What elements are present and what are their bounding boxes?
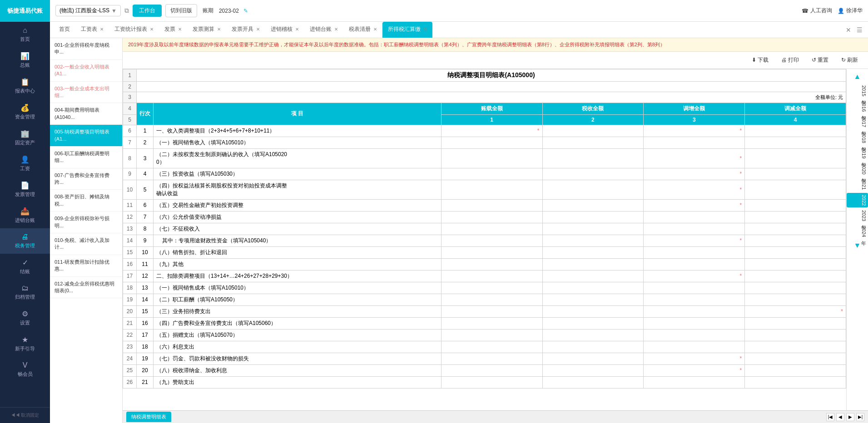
company-selector[interactable]: (物流) 江西股金-LSS ▼ bbox=[55, 5, 121, 16]
year-2022[interactable]: 2022年 bbox=[847, 193, 868, 207]
row-c2[interactable] bbox=[542, 364, 644, 376]
scroll-right[interactable]: ▶ bbox=[846, 413, 854, 421]
row-c2[interactable] bbox=[542, 168, 644, 180]
tab-input-check[interactable]: 进销稽核 ✕ bbox=[265, 22, 304, 38]
left-item-002[interactable]: 002-一般企业收入明细表(A1... bbox=[50, 60, 122, 82]
bottom-tab-na税[interactable]: 纳税调整明细表 bbox=[126, 412, 171, 422]
row-c4[interactable] bbox=[745, 223, 846, 235]
left-item-005[interactable]: 005-纳税调整项目明细表(A1... bbox=[50, 125, 122, 147]
row-c4[interactable] bbox=[745, 137, 846, 148]
sidebar-item-assets[interactable]: 🏢 固定资产 bbox=[0, 125, 50, 151]
row-c4[interactable] bbox=[745, 341, 846, 353]
download-button[interactable]: ⬇ 下载 bbox=[747, 54, 773, 66]
tab-menu-button[interactable]: ☰ bbox=[855, 25, 864, 34]
copy-icon[interactable]: ⧉ bbox=[124, 7, 129, 15]
period-edit-icon[interactable]: ✎ bbox=[243, 8, 248, 14]
sheet-container[interactable]: 1 纳税调整项目明细表(A105000) 2 3 全额单位: 元 bbox=[123, 69, 846, 411]
tab-close-payroll[interactable]: ✕ bbox=[100, 27, 104, 32]
left-item-012[interactable]: 012-减免企业所得税优惠明细表(0... bbox=[50, 277, 122, 299]
row-c3[interactable] bbox=[644, 282, 745, 294]
row-c4[interactable] bbox=[745, 329, 846, 341]
row-c2[interactable] bbox=[542, 137, 644, 148]
sidebar-item-report[interactable]: 📋 报表中心 bbox=[0, 73, 50, 99]
left-item-008[interactable]: 008-资产折旧、摊销及纳税... bbox=[50, 190, 122, 212]
row-c4[interactable] bbox=[745, 270, 846, 282]
row-c4[interactable] bbox=[745, 168, 846, 180]
row-c1[interactable] bbox=[441, 364, 542, 376]
year-2019[interactable]: 2019年 bbox=[847, 146, 868, 160]
sidebar-item-settings[interactable]: ⚙ 设置 bbox=[0, 305, 50, 331]
row-c1[interactable] bbox=[441, 246, 542, 258]
year-2024[interactable]: 2024年 bbox=[847, 224, 868, 239]
tab-close-income-tax[interactable]: ✕ bbox=[423, 27, 427, 32]
year-2015[interactable]: 2015年 bbox=[847, 84, 868, 98]
row-c3[interactable]: * bbox=[644, 125, 745, 137]
row-c1[interactable] bbox=[441, 180, 542, 199]
row-c3[interactable] bbox=[644, 341, 745, 353]
sidebar-item-input[interactable]: 📥 进销台账 bbox=[0, 202, 50, 228]
row-c3[interactable]: * bbox=[644, 168, 745, 180]
row-c3[interactable] bbox=[644, 305, 745, 317]
tab-invoice-calc[interactable]: 发票测算 ✕ bbox=[187, 22, 226, 38]
tab-income-tax[interactable]: 所得税汇算缴 ✕ bbox=[382, 22, 432, 38]
row-c3[interactable]: * bbox=[644, 364, 745, 376]
row-c4[interactable] bbox=[745, 125, 846, 137]
reset-button[interactable]: ↺ 重置 bbox=[807, 54, 833, 66]
row-c4[interactable] bbox=[745, 246, 846, 258]
row-c4[interactable] bbox=[745, 258, 846, 270]
sidebar-item-vip[interactable]: V 畅会员 bbox=[0, 357, 50, 382]
left-item-010[interactable]: 010-免税、减计收入及加计... bbox=[50, 233, 122, 255]
row-c4[interactable] bbox=[745, 211, 846, 223]
row-c4[interactable] bbox=[745, 148, 846, 168]
row-c1[interactable] bbox=[441, 353, 542, 364]
tab-close-input-check[interactable]: ✕ bbox=[295, 27, 299, 32]
year-2017[interactable]: 2017年 bbox=[847, 114, 868, 129]
year-2020[interactable]: 2020年 bbox=[847, 162, 868, 176]
row-c4[interactable]: * bbox=[745, 305, 846, 317]
row-c1[interactable] bbox=[441, 168, 542, 180]
row-c2[interactable] bbox=[542, 270, 644, 282]
sidebar-item-home[interactable]: ⌂ 首页 bbox=[0, 22, 50, 47]
row-c3[interactable] bbox=[644, 294, 745, 305]
row-c4[interactable] bbox=[745, 317, 846, 329]
row-c1[interactable]: * bbox=[441, 125, 542, 137]
workspace-button[interactable]: 工作台 bbox=[133, 5, 162, 17]
year-2023[interactable]: 2023年 bbox=[847, 208, 868, 223]
scroll-left-start[interactable]: |◀ bbox=[826, 413, 834, 421]
year-2021[interactable]: 2021年 bbox=[847, 177, 868, 192]
row-c3[interactable] bbox=[644, 317, 745, 329]
row-c3[interactable] bbox=[644, 137, 745, 148]
row-c4[interactable] bbox=[745, 199, 846, 211]
row-c2[interactable] bbox=[542, 376, 644, 388]
tab-home[interactable]: 首页 bbox=[54, 22, 75, 38]
row-c2[interactable] bbox=[542, 148, 644, 168]
tab-payroll[interactable]: 工资表 ✕ bbox=[75, 22, 109, 38]
tab-invoice-issue[interactable]: 发票开具 ✕ bbox=[226, 22, 265, 38]
row-c2[interactable] bbox=[542, 317, 644, 329]
row-c2[interactable] bbox=[542, 246, 644, 258]
row-c2[interactable] bbox=[542, 211, 644, 223]
row-c2[interactable] bbox=[542, 199, 644, 211]
row-c3[interactable]: * bbox=[644, 199, 745, 211]
row-c4[interactable] bbox=[745, 376, 846, 388]
row-c1[interactable] bbox=[441, 376, 542, 388]
left-item-007[interactable]: 007-广告费和业务宣传费跨... bbox=[50, 168, 122, 190]
year-2018[interactable]: 2018年 bbox=[847, 130, 868, 145]
row-c2[interactable] bbox=[542, 223, 644, 235]
left-item-009[interactable]: 009-企业所得税弥补亏损明... bbox=[50, 212, 122, 233]
close-all-tabs-button[interactable]: ✕ bbox=[844, 25, 853, 34]
year-2016[interactable]: 2016年 bbox=[847, 99, 868, 113]
year-nav-down[interactable]: ▼ bbox=[852, 240, 863, 251]
row-c1[interactable] bbox=[441, 294, 542, 305]
row-c4[interactable] bbox=[745, 364, 846, 376]
scroll-left[interactable]: ◀ bbox=[836, 413, 844, 421]
sidebar-item-payroll[interactable]: 👤 工资 bbox=[0, 151, 50, 177]
service-button[interactable]: ☎ 人工咨询 bbox=[802, 7, 832, 15]
sidebar-unpin[interactable]: ◀◀ 取消固定 bbox=[0, 407, 50, 423]
sidebar-item-invoice[interactable]: 📄 发票管理 bbox=[0, 177, 50, 202]
sidebar-item-tax[interactable]: 🖨 税务管理 bbox=[0, 228, 50, 254]
row-c2[interactable] bbox=[542, 353, 644, 364]
user-menu[interactable]: 👤 徐泽华 bbox=[838, 7, 863, 15]
row-c1[interactable] bbox=[441, 148, 542, 168]
row-c1[interactable] bbox=[441, 223, 542, 235]
